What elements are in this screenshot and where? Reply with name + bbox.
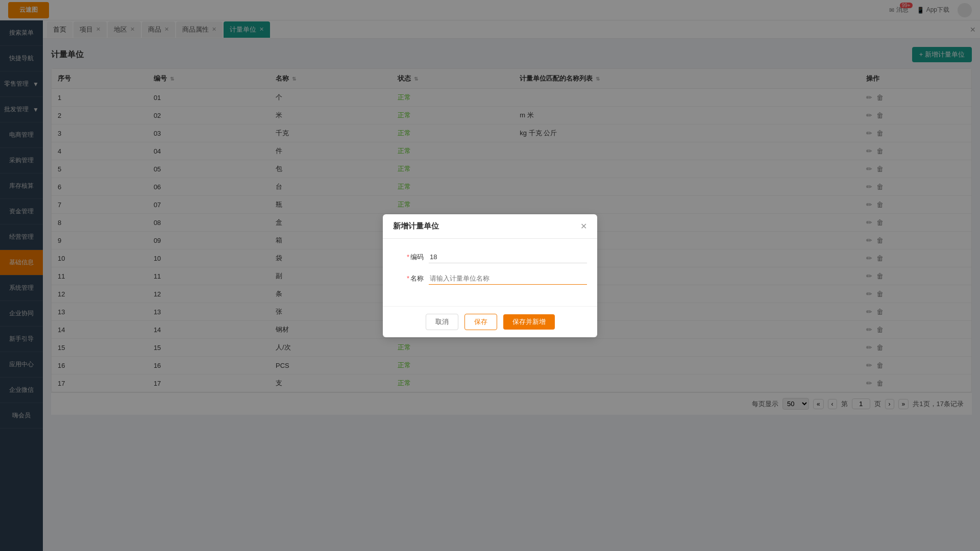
- modal-header: 新增计量单位 ✕: [383, 214, 597, 239]
- name-form-row: *名称: [393, 272, 587, 285]
- code-form-row: *编码: [393, 251, 587, 263]
- modal-title: 新增计量单位: [393, 221, 439, 231]
- modal-footer: 取消 保存 保存并新增: [383, 306, 597, 337]
- code-label: *编码: [393, 253, 424, 262]
- save-button[interactable]: 保存: [464, 314, 497, 330]
- save-and-new-button[interactable]: 保存并新增: [503, 314, 555, 330]
- code-input[interactable]: [429, 251, 587, 263]
- cancel-button[interactable]: 取消: [426, 314, 458, 330]
- name-input[interactable]: [429, 272, 587, 285]
- modal-overlay[interactable]: 新增计量单位 ✕ *编码 *名称 取消 保存 保存并新增: [0, 0, 980, 551]
- add-unit-modal: 新增计量单位 ✕ *编码 *名称 取消 保存 保存并新增: [383, 214, 597, 337]
- modal-close-button[interactable]: ✕: [580, 221, 587, 231]
- modal-body: *编码 *名称: [383, 239, 597, 306]
- name-label: *名称: [393, 274, 424, 283]
